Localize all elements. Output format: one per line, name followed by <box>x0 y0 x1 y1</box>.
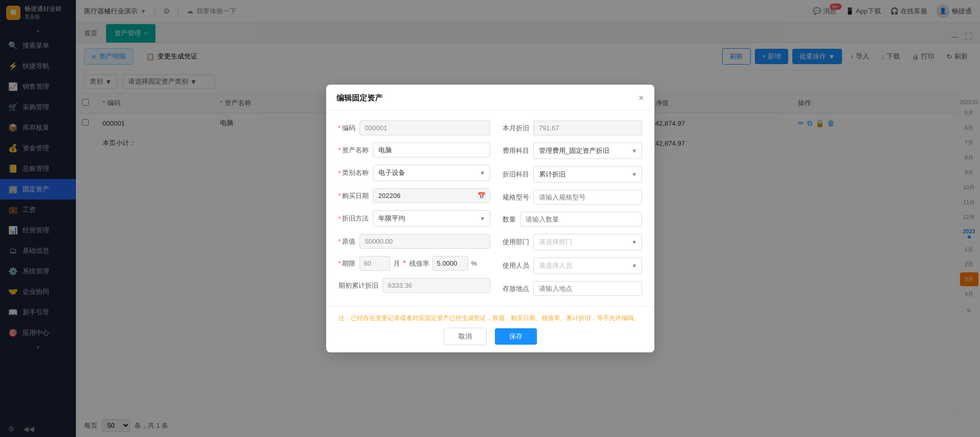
user-select-wrap: 请选择人员 ▼ <box>533 257 642 274</box>
department-select-wrap: 请选择部门 ▼ <box>533 234 642 250</box>
depreciation-method-arrow-icon: ▼ <box>480 215 486 222</box>
quantity-label: 数量 <box>503 215 516 224</box>
residual-rate-unit: % <box>471 260 477 267</box>
user-placeholder: 请选择人员 <box>534 258 577 273</box>
depreciation-subject-arrow-icon: ▼ <box>632 171 637 177</box>
category-select-wrap: 电子设备 ▼ <box>373 165 490 181</box>
residual-rate-label: 残值率 <box>409 259 429 268</box>
user-arrow-icon: ▼ <box>632 263 637 269</box>
period-row: 月 * 残值率 % <box>359 256 477 271</box>
modal-close-btn[interactable]: × <box>638 93 644 104</box>
monthly-depreciation-input[interactable] <box>533 121 642 135</box>
depreciation-method-label: * 折旧方法 <box>338 214 369 223</box>
form-row-monthly-depreciation: 本月折旧 <box>503 121 642 135</box>
user-field-label: 使用人员 <box>503 261 529 270</box>
expense-subject-arrow-icon: ▼ <box>632 148 637 154</box>
modal-buttons: 取消 保存 <box>338 328 642 345</box>
residual-rate-input[interactable] <box>432 256 468 271</box>
name-label: * 资产名称 <box>338 146 369 155</box>
depreciation-subject-label: 折旧科目 <box>503 170 529 179</box>
expense-subject-label: 费用科目 <box>503 146 529 155</box>
form-row-user: 使用人员 请选择人员 ▼ <box>503 257 642 274</box>
quantity-input[interactable] <box>520 212 642 227</box>
form-row-department: 使用部门 请选择部门 ▼ <box>503 234 642 250</box>
depreciation-method-value: 年限平均 <box>373 211 410 226</box>
category-value: 电子设备 <box>373 165 410 181</box>
form-row-storage: 存放地点 <box>503 281 642 296</box>
save-btn[interactable]: 保存 <box>495 328 537 345</box>
depreciation-subject-value: 累计折旧 <box>534 167 571 182</box>
form-row-purchase-date: * 购买日期 📅 <box>338 188 490 203</box>
initial-accumulated-label: 期初累计折旧 <box>338 281 378 290</box>
depreciation-subject-select-wrap: 累计折旧 ▼ <box>533 166 642 183</box>
edit-modal: 编辑固定资产 × * 编码 <box>326 85 654 352</box>
purchase-date-wrap: 📅 <box>373 188 490 203</box>
expense-subject-value: 管理费用_固定资产折旧 <box>534 143 614 158</box>
form-row-category: * 类别名称 电子设备 ▼ <box>338 165 490 181</box>
form-right-col: 本月折旧 费用科目 管理费用_固定资产折旧 ▼ 折旧科目 <box>490 121 642 296</box>
spec-model-input[interactable] <box>533 190 642 205</box>
period-input[interactable] <box>359 256 390 271</box>
original-value-label: * 原值 <box>338 237 355 246</box>
monthly-depreciation-label: 本月折旧 <box>503 124 529 133</box>
purchase-date-label: * 购买日期 <box>338 191 369 201</box>
modal-footer: 注：已经存在变更记录或者对应固定资产已经生成凭证，原值、购买日期、残值率、累计折… <box>326 306 654 352</box>
purchase-date-input[interactable] <box>373 189 490 203</box>
expense-subject-select-wrap: 管理费用_固定资产折旧 ▼ <box>533 143 642 159</box>
modal-note: 注：已经存在变更记录或者对应固定资产已经生成凭证，原值、购买日期、残值率、累计折… <box>338 314 642 323</box>
form-row-depreciation-method: * 折旧方法 年限平均 ▼ <box>338 210 490 227</box>
form-grid: * 编码 * 资产名称 <box>338 121 642 296</box>
category-label: * 类别名称 <box>338 168 369 177</box>
code-input[interactable] <box>359 121 490 135</box>
name-input[interactable] <box>373 143 490 157</box>
form-left-col: * 编码 * 资产名称 <box>338 121 490 296</box>
period-label: * 期限 <box>338 259 355 268</box>
depreciation-method-select-wrap: 年限平均 ▼ <box>373 210 490 227</box>
cancel-btn[interactable]: 取消 <box>444 328 487 345</box>
department-arrow-icon: ▼ <box>632 239 637 245</box>
modal-overlay: 编辑固定资产 × * 编码 <box>0 0 980 437</box>
period-unit: 月 <box>393 259 400 268</box>
form-row-quantity: 数量 <box>503 212 642 227</box>
spec-model-label: 规格型号 <box>503 193 529 202</box>
original-value-input[interactable] <box>359 234 490 249</box>
modal-body: * 编码 * 资产名称 <box>326 110 654 306</box>
modal-title: 编辑固定资产 <box>336 93 383 103</box>
form-row-depreciation-subject: 折旧科目 累计折旧 ▼ <box>503 166 642 183</box>
form-row-spec-model: 规格型号 <box>503 190 642 205</box>
form-row-original-value: * 原值 <box>338 234 490 249</box>
department-placeholder: 请选择部门 <box>534 234 577 250</box>
form-row-period: * 期限 月 * 残值率 % <box>338 256 490 271</box>
category-arrow-icon: ▼ <box>480 170 486 176</box>
storage-input[interactable] <box>533 281 642 296</box>
modal-header: 编辑固定资产 × <box>326 85 654 110</box>
form-row-name: * 资产名称 <box>338 143 490 157</box>
initial-accumulated-input[interactable] <box>383 278 490 293</box>
form-row-initial-accumulated: 期初累计折旧 <box>338 278 490 293</box>
form-row-expense-subject: 费用科目 管理费用_固定资产折旧 ▼ <box>503 143 642 159</box>
code-label: * 编码 <box>338 124 355 133</box>
storage-label: 存放地点 <box>503 284 529 293</box>
department-label: 使用部门 <box>503 237 529 247</box>
form-row-code: * 编码 <box>338 121 490 135</box>
